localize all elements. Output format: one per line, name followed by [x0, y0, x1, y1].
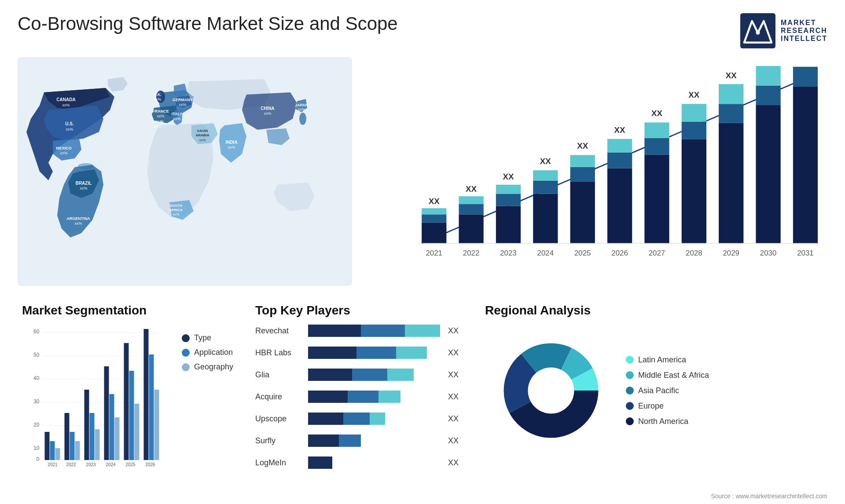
page-container: Co-Browsing Software Market Size and Sco…: [0, 0, 845, 504]
player-row-glia: Glia XX: [255, 369, 459, 381]
player-row-revechat: Revechat XX: [255, 325, 459, 337]
legend-type-dot: [182, 334, 190, 342]
player-xx: XX: [448, 414, 459, 424]
player-name: Glia: [255, 370, 304, 380]
svg-text:xx%: xx%: [154, 97, 161, 102]
svg-text:60: 60: [33, 329, 40, 335]
svg-rect-68: [607, 139, 632, 153]
svg-rect-81: [719, 123, 743, 243]
svg-text:2031: 2031: [797, 249, 814, 257]
svg-text:2028: 2028: [686, 249, 702, 257]
svg-rect-130: [143, 329, 148, 460]
svg-text:xx%: xx%: [228, 145, 235, 150]
svg-rect-48: [459, 196, 484, 204]
svg-rect-88: [756, 66, 781, 86]
svg-text:2022: 2022: [463, 249, 480, 257]
logo-icon: [740, 13, 775, 48]
svg-text:xx%: xx%: [173, 117, 180, 121]
svg-rect-111: [50, 441, 55, 460]
svg-text:xx%: xx%: [298, 107, 305, 112]
top-section: CANADA xx% U.S. xx% MEXICO xx% BRAZIL xx…: [18, 57, 827, 286]
key-players-title: Top Key Players: [255, 303, 459, 318]
player-xx: XX: [448, 326, 459, 336]
svg-point-139: [528, 368, 574, 413]
player-name: Upscope: [255, 414, 304, 424]
svg-rect-123: [109, 394, 114, 460]
svg-text:SPAIN: SPAIN: [152, 120, 164, 124]
bottom-section: Market Segmentation 60 50 40 30 20 10 0: [18, 299, 827, 501]
svg-point-6: [299, 113, 306, 125]
svg-text:xx%: xx%: [199, 138, 206, 142]
svg-rect-120: [95, 429, 99, 460]
regional-dot-na: [626, 417, 634, 425]
svg-text:2025: 2025: [125, 462, 136, 467]
svg-text:ITALY: ITALY: [172, 112, 183, 116]
svg-rect-77: [682, 122, 706, 139]
legend-geography: Geography: [182, 362, 233, 372]
seg-legend: Type Application Geography: [182, 325, 233, 372]
svg-rect-122: [104, 366, 109, 460]
page-title: Co-Browsing Software Market Size and Sco…: [18, 13, 398, 34]
svg-text:U.K.: U.K.: [154, 92, 162, 97]
svg-rect-41: [422, 223, 446, 243]
regional-legend-item-ap: Asia Pacific: [626, 386, 709, 395]
player-name: LogMeIn: [255, 458, 304, 467]
player-bar-wrap: [308, 457, 440, 469]
svg-text:xx%: xx%: [74, 221, 82, 226]
regional-legend-item-mea: Middle East & Africa: [626, 371, 709, 380]
svg-rect-87: [756, 86, 781, 105]
svg-rect-91: [793, 87, 818, 243]
svg-text:XX: XX: [651, 109, 663, 118]
legend-app-label: Application: [194, 348, 233, 357]
svg-text:2027: 2027: [649, 249, 665, 257]
svg-rect-57: [533, 181, 558, 194]
regional-dot-la: [626, 356, 634, 364]
header: Co-Browsing Software Market Size and Sco…: [18, 13, 827, 48]
svg-rect-53: [496, 185, 521, 194]
svg-point-2: [756, 31, 760, 35]
legend-type-label: Type: [194, 333, 211, 343]
donut-chart-svg: [485, 325, 617, 457]
svg-text:XX: XX: [577, 141, 588, 150]
svg-rect-58: [533, 170, 558, 180]
legend-type: Type: [182, 333, 233, 343]
svg-text:XX: XX: [688, 90, 700, 99]
svg-text:xx%: xx%: [60, 151, 67, 155]
player-bar-wrap: [308, 413, 440, 425]
svg-rect-86: [756, 105, 781, 243]
svg-text:XX: XX: [726, 71, 737, 80]
svg-rect-56: [533, 194, 558, 244]
svg-rect-119: [89, 413, 94, 460]
svg-rect-110: [44, 432, 49, 460]
legend-geo-label: Geography: [194, 362, 233, 372]
player-xx: XX: [448, 348, 459, 358]
svg-rect-52: [496, 194, 521, 206]
logo-container: MARKET RESEARCH INTELLECT: [740, 13, 827, 48]
svg-text:xx%: xx%: [157, 114, 164, 118]
svg-rect-127: [129, 371, 134, 460]
regional-legend: Latin America Middle East & Africa Asia …: [626, 355, 709, 426]
player-bar-wrap: [308, 435, 440, 447]
svg-text:MEXICO: MEXICO: [56, 146, 72, 150]
player-xx: XX: [448, 436, 459, 446]
svg-text:2026: 2026: [145, 462, 155, 467]
svg-rect-62: [570, 167, 595, 182]
segmentation-container: Market Segmentation 60 50 40 30 20 10 0: [18, 299, 238, 501]
svg-rect-71: [644, 155, 669, 244]
svg-text:2022: 2022: [66, 462, 76, 467]
svg-text:50: 50: [33, 352, 40, 358]
svg-rect-61: [570, 182, 595, 244]
svg-rect-63: [570, 155, 595, 167]
regional-legend-item-na: North America: [626, 417, 709, 426]
svg-rect-118: [84, 390, 89, 460]
svg-rect-66: [607, 168, 632, 244]
svg-text:xx%: xx%: [154, 124, 161, 129]
seg-chart-area: 60 50 40 30 20 10 0: [22, 325, 233, 492]
svg-text:ARGENTINA: ARGENTINA: [66, 216, 90, 221]
svg-text:FRANCE: FRANCE: [152, 109, 169, 113]
svg-text:INDIA: INDIA: [225, 140, 237, 145]
regional-label-la: Latin America: [638, 355, 686, 365]
svg-text:GERMANY: GERMANY: [173, 98, 193, 102]
regional-legend-item-la: Latin America: [626, 355, 709, 365]
player-row-hbrlabs: HBR Labs XX: [255, 347, 459, 359]
